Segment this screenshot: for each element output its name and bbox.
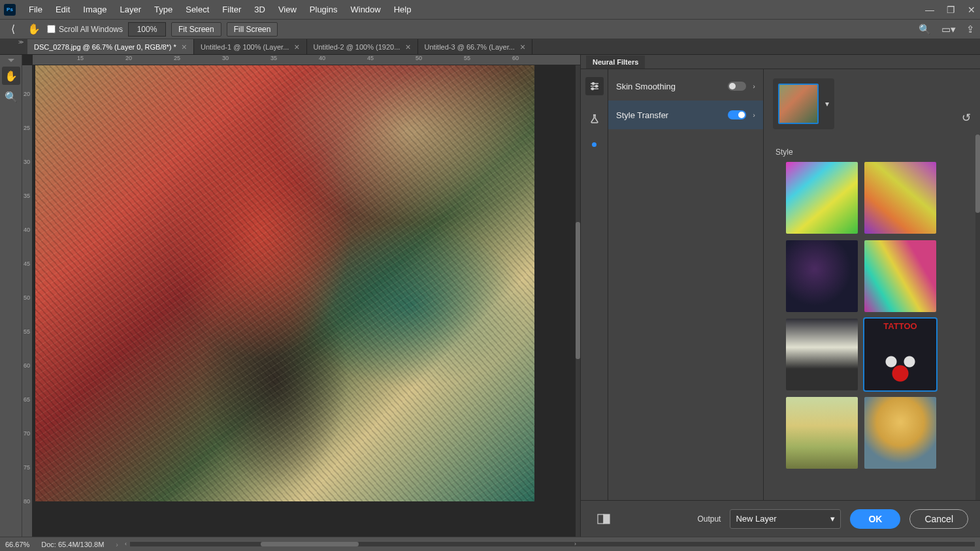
- ruler-tick: 45: [367, 55, 374, 61]
- styles-grid: [773, 162, 971, 469]
- styles-scrollbar[interactable]: [975, 134, 980, 500]
- document-tab[interactable]: Untitled-2 @ 100% (1920... ×: [307, 39, 418, 54]
- style-thumbnail[interactable]: [786, 162, 858, 234]
- ruler-tick: 20: [24, 91, 30, 97]
- close-tab-icon[interactable]: ×: [294, 42, 299, 52]
- source-thumbnail[interactable]: [778, 84, 819, 124]
- menu-edit[interactable]: Edit: [49, 5, 76, 14]
- style-thumbnail[interactable]: [786, 397, 858, 469]
- maximize-button[interactable]: ❐: [946, 5, 955, 14]
- menu-view[interactable]: View: [272, 5, 303, 14]
- scroll-right-icon[interactable]: ›: [574, 541, 576, 547]
- ruler-tick: 25: [174, 55, 180, 61]
- menu-file[interactable]: File: [22, 5, 49, 14]
- ruler-tick: 45: [24, 261, 30, 267]
- panel-body: Skin Smoothing › Style Transfer › ▾: [581, 69, 980, 500]
- toolstrip-chevron[interactable]: [8, 59, 14, 63]
- menu-3d[interactable]: 3D: [248, 5, 272, 14]
- reset-icon[interactable]: ↺: [962, 111, 971, 125]
- document-tab[interactable]: Untitled-3 @ 66.7% (Layer... ×: [418, 39, 533, 54]
- collapse-tabs-icon[interactable]: ≫: [18, 39, 22, 45]
- close-tab-icon[interactable]: ×: [182, 42, 187, 52]
- ruler-tick: 50: [24, 295, 30, 301]
- document-tab[interactable]: DSC_0278.jpg @ 66.7% (Layer 0, RGB/8*) *…: [27, 39, 194, 54]
- close-window-button[interactable]: ✕: [967, 5, 976, 14]
- share-icon[interactable]: ⇪: [966, 24, 975, 35]
- ruler-tick: 80: [24, 499, 30, 505]
- ruler-tick: 75: [24, 465, 30, 471]
- style-thumbnail[interactable]: [864, 240, 936, 312]
- ruler-tick: 60: [24, 363, 30, 369]
- ruler-tick: 35: [270, 55, 277, 61]
- canvas-scrollbar-horizontal[interactable]: [130, 542, 975, 546]
- ruler-tick: 50: [416, 55, 422, 61]
- scroll-left-icon[interactable]: ‹: [125, 541, 127, 547]
- scroll-all-windows-label: Scroll All Windows: [59, 25, 123, 34]
- fit-screen-button[interactable]: Fit Screen: [171, 22, 221, 37]
- workspace-icon[interactable]: ▭▾: [941, 24, 956, 35]
- status-bar: 66.67% Doc: 65.4M/130.8M › ‹ ›: [0, 537, 980, 551]
- style-thumbnail[interactable]: [864, 319, 936, 390]
- search-icon[interactable]: 🔍: [919, 24, 931, 35]
- fill-screen-button[interactable]: Fill Screen: [227, 22, 278, 37]
- document-tab[interactable]: Untitled-1 @ 100% (Layer... ×: [194, 39, 306, 54]
- ruler-tick: 40: [319, 55, 325, 61]
- menu-type[interactable]: Type: [148, 5, 179, 14]
- rail-flask-icon[interactable]: [585, 110, 604, 128]
- filter-row-style-transfer[interactable]: Style Transfer ›: [608, 101, 763, 129]
- output-select[interactable]: New Layer ▾: [730, 509, 841, 529]
- close-tab-icon[interactable]: ×: [520, 42, 525, 52]
- ruler-tick: 35: [24, 193, 30, 199]
- scroll-all-windows-checkbox[interactable]: Scroll All Windows: [47, 25, 123, 34]
- tab-label: Untitled-1 @ 100% (Layer...: [201, 43, 289, 51]
- ruler-horizontal: 15 20 25 30 35 40 45 50 55 60: [33, 55, 580, 65]
- tab-label: DSC_0278.jpg @ 66.7% (Layer 0, RGB/8*) *: [34, 43, 176, 51]
- svg-rect-7: [604, 514, 610, 524]
- menu-select[interactable]: Select: [179, 5, 216, 14]
- ok-button[interactable]: OK: [850, 509, 900, 529]
- menu-help[interactable]: Help: [387, 5, 418, 14]
- menu-plugins[interactable]: Plugins: [303, 5, 344, 14]
- zoom-tool[interactable]: 🔍: [2, 87, 20, 106]
- zoom-input[interactable]: [128, 22, 166, 37]
- status-zoom: 66.67%: [5, 541, 29, 548]
- status-chevron-icon[interactable]: ›: [116, 541, 118, 548]
- menu-image[interactable]: Image: [76, 5, 113, 14]
- panel-footer: Output New Layer ▾ OK Cancel: [581, 500, 980, 537]
- home-back-button[interactable]: ⟨: [5, 22, 21, 37]
- chevron-right-icon: ›: [753, 111, 755, 119]
- style-thumbnail[interactable]: [864, 397, 936, 469]
- preview-toggle-icon[interactable]: [593, 508, 615, 530]
- menu-filter[interactable]: Filter: [216, 5, 248, 14]
- panel-header: Neural Filters: [581, 55, 980, 69]
- hand-tool[interactable]: ✋: [2, 67, 20, 85]
- rail-sliders-icon[interactable]: [585, 77, 604, 95]
- ruler-tick: 15: [77, 55, 84, 61]
- filter-toggle[interactable]: [728, 110, 746, 119]
- canvas-scrollbar-vertical[interactable]: [576, 65, 580, 537]
- filter-detail: ▾ ↺ Style: [764, 69, 980, 500]
- ruler-tick: 20: [125, 55, 132, 61]
- svg-point-3: [592, 83, 594, 85]
- main-area: ✋ 🔍 15 20 25 30 35 40 45 50 55 60 20 25 …: [0, 55, 980, 537]
- style-thumbnail[interactable]: [786, 240, 858, 312]
- chevron-down-icon[interactable]: ▾: [825, 99, 829, 108]
- ruler-tick: 25: [24, 125, 30, 131]
- filter-category-rail: [581, 69, 608, 500]
- minimize-button[interactable]: —: [925, 5, 934, 14]
- filter-toggle[interactable]: [728, 82, 746, 91]
- style-thumbnail[interactable]: [864, 162, 936, 234]
- neural-filters-panel: Neural Filters Skin Smoothing ›: [580, 55, 980, 537]
- filter-list: Skin Smoothing › Style Transfer ›: [608, 69, 764, 500]
- tab-label: Untitled-3 @ 66.7% (Layer...: [425, 43, 515, 51]
- menu-bar: Ps File Edit Image Layer Type Select Fil…: [0, 0, 980, 20]
- close-tab-icon[interactable]: ×: [405, 42, 410, 52]
- ruler-tick: 65: [24, 397, 30, 403]
- cancel-button[interactable]: Cancel: [909, 509, 968, 529]
- menu-layer[interactable]: Layer: [114, 5, 148, 14]
- style-thumbnail[interactable]: [786, 319, 858, 390]
- filter-row-skin-smoothing[interactable]: Skin Smoothing ›: [608, 72, 763, 101]
- svg-point-5: [591, 88, 593, 90]
- menu-window[interactable]: Window: [344, 5, 387, 14]
- canvas-workarea[interactable]: [33, 65, 580, 537]
